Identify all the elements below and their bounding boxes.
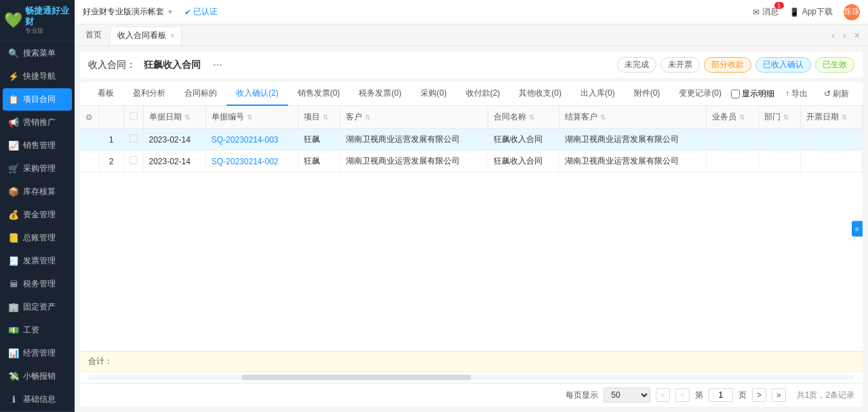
contract-more-button[interactable]: ···	[209, 58, 226, 73]
table-row[interactable]: 2 2023-02-14 SQ-20230214-002 狂飙 湖南卫视商业运营…	[80, 151, 863, 172]
sidebar-item-4[interactable]: 📈 销售管理	[3, 134, 72, 157]
th-code[interactable]: 单据编号⇅	[205, 106, 298, 129]
app-download-button[interactable]: 📱 App下载	[789, 6, 833, 18]
per-page-select[interactable]: 50 20 100	[604, 388, 650, 402]
horizontal-scrollbar[interactable]	[88, 375, 854, 380]
sidebar-item-15[interactable]: ℹ 基础信息	[3, 388, 72, 411]
sidebar-item-9[interactable]: 🧾 发票管理	[3, 250, 72, 272]
contract-name: 狂飙收入合同	[144, 59, 201, 71]
status-incomplete[interactable]: 未完成	[617, 57, 656, 73]
subtab-10[interactable]: 附件(0)	[625, 82, 670, 106]
export-button[interactable]: ↑ 导出	[780, 86, 813, 102]
refresh-button[interactable]: ↺ 刷新	[818, 86, 854, 102]
subtab-9[interactable]: 出入库(0)	[571, 82, 625, 106]
subtab-8[interactable]: 其他收支(0)	[509, 82, 571, 106]
subtab-0[interactable]: 看板	[88, 82, 123, 106]
messages-button[interactable]: ✉ 消息 1	[753, 6, 778, 18]
download-icon: 📱	[789, 7, 800, 17]
th-project[interactable]: 项目⇅	[298, 106, 340, 129]
contract-label: 收入合同：	[88, 59, 136, 71]
tab-prev-button[interactable]: ‹	[829, 29, 837, 42]
show-detail-checkbox[interactable]	[731, 90, 740, 98]
row-code-1[interactable]: SQ-20230214-002	[205, 151, 298, 172]
right-expand-button[interactable]: ≡	[852, 221, 863, 236]
th-bill-date[interactable]: 开票日期⇅	[801, 106, 863, 129]
tab-close-icon[interactable]: ×	[170, 31, 174, 39]
sort-dept-icon: ⇅	[783, 113, 789, 121]
dropdown-icon: ▼	[167, 8, 174, 16]
sidebar-item-3[interactable]: 📢 营销推广	[3, 111, 72, 134]
sidebar-item-10[interactable]: 🏛 税务管理	[3, 273, 72, 295]
row-checkbox-0[interactable]	[130, 134, 138, 143]
subtab-3[interactable]: 收入确认(2)	[226, 82, 288, 106]
th-date[interactable]: 单据日期⇅	[143, 106, 205, 129]
sidebar-item-6[interactable]: 📦 库存核算	[3, 181, 72, 203]
verified-icon: ✔	[184, 7, 191, 17]
show-detail-checkbox-label[interactable]: 显示明细	[731, 88, 774, 100]
subtab-2[interactable]: 合同标的	[175, 82, 226, 106]
sort-project-icon: ⇅	[323, 113, 328, 121]
th-dept[interactable]: 部门⇅	[758, 106, 800, 129]
sidebar-item-12[interactable]: 💵 工资	[3, 319, 72, 341]
row-check-0[interactable]	[123, 129, 143, 151]
table-row[interactable]: 1 2023-02-14 SQ-20230214-003 狂飙 湖南卫视商业运营…	[80, 129, 863, 151]
row-settle-1: 湖南卫视商业运营发展有限公司	[559, 151, 707, 172]
sidebar-item-14[interactable]: 💸 小畅报销	[3, 365, 72, 388]
subtab-4[interactable]: 销售发票(0)	[288, 82, 350, 106]
subtab-11[interactable]: 变更记录(0)	[669, 82, 731, 106]
sidebar-item-8[interactable]: 📒 总账管理	[3, 227, 72, 249]
row-code-link-0[interactable]: SQ-20230214-003	[212, 135, 279, 145]
sidebar-item-5[interactable]: 🛒 采购管理	[3, 157, 72, 180]
status-revenue-confirmed[interactable]: 已收入确认	[755, 57, 811, 73]
row-checkbox-1[interactable]	[130, 156, 138, 164]
tab-home[interactable]: 首页	[80, 26, 107, 43]
user-avatar[interactable]: 珠珠	[844, 4, 860, 20]
subtab-7[interactable]: 收付款(2)	[456, 82, 510, 106]
row-code-link-1[interactable]: SQ-20230214-002	[212, 157, 279, 166]
export-label: 导出	[791, 88, 808, 100]
th-settle-customer[interactable]: 结算客户⇅	[559, 106, 707, 129]
select-all-checkbox[interactable]	[130, 112, 138, 120]
row-dept-1	[758, 151, 800, 172]
th-customer[interactable]: 客户⇅	[340, 106, 488, 129]
sidebar-item-1[interactable]: ⚡ 快捷导航	[3, 65, 72, 88]
sidebar-item-2[interactable]: 📋 项目合同	[3, 88, 72, 111]
settings-icon[interactable]: ⚙	[85, 113, 93, 122]
last-page-button[interactable]: »	[772, 388, 786, 402]
total-row: 合计：	[80, 351, 863, 371]
status-partial-payment[interactable]: 部分收款	[704, 57, 751, 73]
th-salesman[interactable]: 业务员⇅	[707, 106, 758, 129]
data-table: ⚙ 单据日期⇅ 单据编号⇅ 项目⇅ 客户⇅ 合同名称⇅ 结算客户⇅ 业务员⇅ 部…	[80, 106, 863, 172]
next-page-button[interactable]: >	[752, 388, 766, 402]
verified-text: 已认证	[193, 6, 218, 18]
row-customer-1: 湖南卫视商业运营发展有限公司	[340, 151, 488, 172]
page-suffix-label: 页	[738, 390, 747, 401]
subtab-6[interactable]: 采购(0)	[411, 82, 456, 106]
refresh-label: 刷新	[833, 88, 849, 100]
page-number-input[interactable]	[709, 388, 733, 402]
sidebar-icon-3: 📢	[8, 117, 19, 128]
sidebar-item-0[interactable]: 🔍 搜索菜单	[3, 42, 72, 64]
sidebar-item-11[interactable]: 🏢 固定资产	[3, 296, 72, 318]
subtab-1[interactable]: 盈利分析	[123, 82, 175, 106]
tab-contract-board[interactable]: 收入合同看板 ×	[110, 26, 182, 44]
row-code-0[interactable]: SQ-20230214-003	[205, 129, 298, 151]
app-logo: 💚 畅捷通好业财 专业版	[0, 0, 75, 41]
first-page-button[interactable]: «	[656, 388, 670, 402]
th-contract[interactable]: 合同名称⇅	[488, 106, 559, 129]
status-no-invoice[interactable]: 未开票	[660, 57, 700, 73]
sidebar-label-6: 库存核算	[23, 186, 56, 198]
status-effective[interactable]: 已生效	[815, 57, 854, 73]
row-project-0: 狂飙	[298, 129, 340, 151]
row-check-1[interactable]	[123, 151, 143, 172]
sidebar-label-15: 基础信息	[23, 394, 56, 405]
sidebar-item-7[interactable]: 💰 资金管理	[3, 204, 72, 226]
sidebar-item-13[interactable]: 📊 经营管理	[3, 342, 72, 364]
prev-page-button[interactable]: <	[675, 388, 690, 402]
tab-next-button[interactable]: ›	[840, 29, 849, 42]
subtab-5[interactable]: 税务发票(0)	[349, 82, 411, 106]
company-name: 好业财专业版演示帐套	[83, 6, 164, 18]
tab-close-all-button[interactable]: ×	[852, 29, 863, 42]
row-salesman-0	[707, 129, 758, 151]
company-selector[interactable]: 好业财专业版演示帐套 ▼	[83, 6, 174, 18]
